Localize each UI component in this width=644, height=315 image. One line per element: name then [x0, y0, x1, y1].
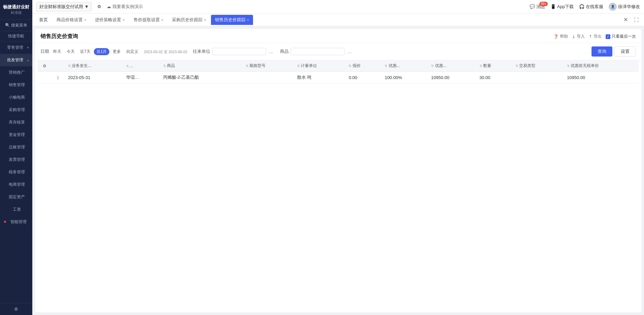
tab-purchase-history[interactable]: 采购历史价跟踪 ×	[168, 15, 210, 25]
tabs-expand-btn[interactable]: ⛶	[631, 16, 641, 24]
import-icon: ⤓	[572, 34, 575, 39]
tab-home[interactable]: 首页	[35, 15, 52, 25]
row-gear	[38, 72, 51, 83]
app-logo-title: 畅捷通好业财	[3, 4, 30, 10]
tab-sale-history-close[interactable]: ×	[247, 18, 249, 22]
sidebar-search-label: 搜索菜单	[11, 23, 27, 28]
import-btn[interactable]: ⤓ 导入	[572, 34, 585, 39]
chevron-down-icon: ▼	[84, 4, 89, 9]
sidebar-item-assets[interactable]: 固定资产	[0, 191, 32, 203]
sidebar-item-fund[interactable]: 资金管理	[0, 129, 32, 141]
tab-purchase-strategy[interactable]: 进价策略设置 ×	[91, 15, 129, 25]
sidebar-quick-nav[interactable]: 快捷导航	[0, 31, 32, 41]
tab-price-settings-label: 商品价格设置	[57, 17, 83, 23]
online-service-btn[interactable]: 🎧 在线客服	[579, 4, 603, 10]
sidebar-search[interactable]: 🔍 搜索菜单	[0, 20, 32, 31]
sidebar-item-purchase[interactable]: 采购管理	[0, 104, 32, 116]
sidebar-item-retail[interactable]: 零售管理 ▼	[0, 41, 32, 54]
tab-sale-extract-close[interactable]: ×	[161, 18, 163, 22]
mobile-icon: 📱	[550, 4, 556, 9]
export-btn[interactable]: ⤒ 导出	[589, 34, 602, 39]
date-btn-custom[interactable]: 自定义	[124, 48, 140, 55]
date-btn-today[interactable]: 今天	[65, 48, 77, 55]
sidebar-item-inventory[interactable]: 库存核算	[0, 116, 32, 129]
sidebar-item-sales[interactable]: 销售管理	[0, 79, 32, 91]
filter-actions: 查询 设置	[592, 46, 636, 57]
row-unit: 散水 吨	[294, 72, 345, 83]
sidebar-item-invoice-label: 发票管理	[4, 157, 30, 163]
page-header: 销售历史价查询 ❓ 帮助 ⤓ 导入 ⤒ 导出 ✓ 只看最后一次	[35, 29, 641, 43]
sidebar-item-marketing[interactable]: 营销推广	[0, 66, 32, 79]
settings-btn[interactable]: ⚙	[95, 3, 104, 10]
row-pretax-price: 10950.00	[564, 72, 639, 83]
sidebar-item-smart[interactable]: 智能管理	[0, 216, 32, 228]
col-unit[interactable]: ⇅ 计量单位	[294, 60, 345, 72]
sidebar-item-tax[interactable]: 税务管理	[0, 166, 32, 178]
product-input[interactable]	[291, 48, 345, 55]
col-more[interactable]: ⇅ ...	[123, 60, 160, 72]
tab-purchase-strategy-close[interactable]: ×	[122, 18, 124, 22]
settings-filter-btn[interactable]: 设置	[614, 46, 636, 57]
col-discount-amt[interactable]: ⇅ 优惠...	[428, 60, 476, 72]
gear-icon[interactable]: ⚙	[43, 64, 46, 68]
tab-sale-extract[interactable]: 售价提取设置 ×	[130, 15, 167, 25]
app-download-btn[interactable]: 📱 App下载	[550, 4, 574, 10]
sidebar-item-tax-label: 税务管理	[4, 169, 30, 175]
row-more: 华谊...	[123, 72, 160, 83]
message-btn[interactable]: 💬 消息 99+	[530, 4, 545, 10]
sidebar-item-invoice[interactable]: 发票管理	[0, 153, 32, 166]
avatar: 👤	[609, 3, 617, 11]
col-product[interactable]: ⇅ 商品	[160, 60, 242, 72]
col-pretax-price[interactable]: ⇅ 优惠前无税单价	[564, 60, 639, 72]
col-quantity[interactable]: ⇅ 数量	[476, 60, 512, 72]
sidebar-item-payroll[interactable]: 工资	[0, 203, 32, 216]
tab-sale-history-label: 销售历史价跟踪	[215, 17, 246, 23]
product-dots[interactable]: ...	[346, 48, 353, 55]
date-btn-last7[interactable]: 近7天	[78, 48, 93, 55]
tab-purchase-history-close[interactable]: ×	[204, 18, 206, 22]
col-gear: ⚙	[38, 60, 51, 72]
table-container: ⚙ ⇅ 业务发生... ⇅ ... ⇅ 商品	[35, 60, 641, 312]
product-input-wrapper: ...	[291, 48, 353, 55]
col-biz-date[interactable]: ⇅ 业务发生...	[65, 60, 123, 72]
message-icon: 💬	[530, 4, 535, 9]
sidebar-item-retail-label: 零售管理	[4, 45, 26, 50]
tabs-bar: 首页 商品价格设置 × 进价策略设置 × 售价提取设置 × 采购历史价跟踪 × …	[32, 13, 644, 26]
row-biz-date: 2023-05-31	[65, 72, 123, 83]
tab-price-settings-close[interactable]: ×	[84, 18, 86, 22]
col-price[interactable]: ⇅ 报价	[345, 60, 381, 72]
sidebar: 畅捷通好业财 标准版 🔍 搜索菜单 快捷导航 零售管理 ▼ 批发管理 ▲ 营销推…	[0, 0, 32, 315]
date-btn-last1m[interactable]: 近1月	[94, 48, 110, 55]
query-btn[interactable]: 查询	[592, 46, 612, 57]
source-unit-input[interactable]	[212, 48, 266, 55]
tab-sale-history[interactable]: 销售历史价跟踪 ×	[211, 15, 253, 25]
col-spec[interactable]: ⇅ 规格型号	[242, 60, 294, 72]
col-discount-pct[interactable]: ⇅ 优惠...	[381, 60, 428, 72]
sidebar-item-purchase-label: 采购管理	[4, 107, 30, 113]
user-menu[interactable]: 👤 徐泽华修改	[609, 3, 640, 11]
sidebar-item-ecom[interactable]: 电商管理	[0, 178, 32, 191]
page-actions: ❓ 帮助 ⤓ 导入 ⤒ 导出 ✓ 只看最后一次	[553, 34, 636, 39]
help-btn[interactable]: ❓ 帮助	[553, 34, 568, 39]
filter-row: 日期 昨天 今天 近7天 近1月 更多 自定义 2023-05-02 至 202…	[35, 43, 641, 60]
date-btn-more[interactable]: 更多	[111, 48, 123, 55]
demo-link[interactable]: ☁ 我要看实例演示	[107, 4, 143, 10]
only-last-checkbox[interactable]: ✓ 只看最后一次	[606, 34, 636, 39]
content-area: 销售历史价查询 ❓ 帮助 ⤓ 导入 ⤒ 导出 ✓ 只看最后一次	[35, 29, 641, 312]
row-spec	[242, 72, 294, 83]
sidebar-item-wholesale[interactable]: 批发管理 ▲	[0, 54, 32, 66]
sidebar-settings-btn[interactable]: ⚙	[0, 303, 32, 315]
date-btn-yesterday[interactable]: 昨天	[51, 48, 63, 55]
topbar-right: 💬 消息 99+ 📱 App下载 🎧 在线客服 👤 徐泽华修改	[530, 3, 640, 11]
tab-price-settings[interactable]: 商品价格设置 ×	[52, 15, 90, 25]
tabs-close-btn[interactable]: ✕	[621, 15, 631, 24]
sidebar-item-ledger[interactable]: 总账管理	[0, 141, 32, 153]
demo-label: 我要看实例演示	[112, 4, 143, 10]
source-unit-dots[interactable]: ...	[267, 48, 275, 55]
sidebar-item-ecom-small[interactable]: 小畅电商	[0, 91, 32, 104]
main-area: 好业财标准版交付试用 ▼ ⚙ ☁ 我要看实例演示 💬 消息 99+ 📱 App下…	[32, 0, 644, 315]
app-logo-sub: 标准版	[3, 10, 30, 15]
product-selector[interactable]: 好业财标准版交付试用 ▼	[36, 2, 92, 11]
sidebar-item-fund-label: 资金管理	[4, 132, 30, 138]
col-trade-type[interactable]: ⇅ 交易类型	[512, 60, 564, 72]
